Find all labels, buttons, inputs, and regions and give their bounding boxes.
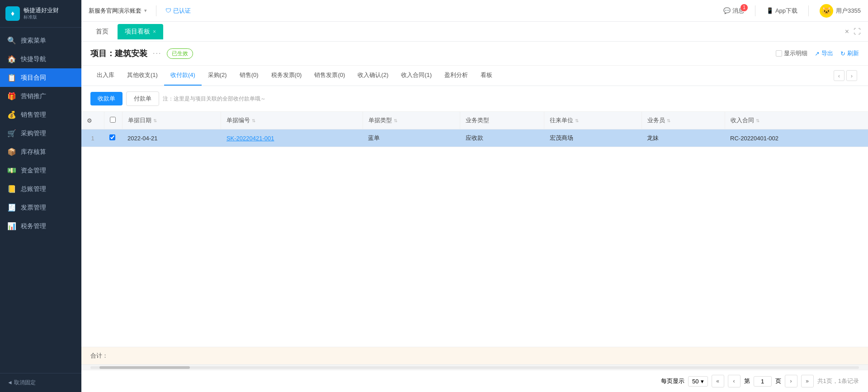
sidebar-footer[interactable]: ◄ 取消固定 (0, 373, 81, 392)
prev-page-button[interactable]: ‹ (728, 375, 741, 387)
sidebar-item-finance[interactable]: 💵 资金管理 (0, 161, 81, 180)
sidebar-item-sales[interactable]: 💰 销售管理 (0, 105, 81, 124)
first-page-button[interactable]: « (712, 375, 724, 387)
sub-tab-2[interactable]: 收入合同(1) (395, 66, 438, 86)
select-all-checkbox[interactable] (110, 117, 116, 123)
total-label: 合计： (90, 352, 108, 359)
refresh-label: 刷新 (847, 49, 859, 57)
user-menu[interactable]: 🐱 用户3355 (820, 4, 861, 18)
sub-nav-arrows: ‹ › (832, 70, 859, 81)
payments-tab-button[interactable]: 付款单 (126, 91, 159, 106)
row-date-0: 2022-04-21 (122, 129, 221, 147)
sub-tab-6[interactable]: 销售(0) (233, 66, 265, 86)
topbar-project[interactable]: 新服务官网演示账套 ▾ (89, 7, 147, 15)
number-sort-icon[interactable]: ⇅ (252, 118, 255, 123)
page-number-input[interactable] (754, 376, 772, 387)
toolbar-note: 注：这里是与项目关联的全部收付款单哦～ (163, 95, 266, 103)
sidebar-nav: 🔍 搜索菜单 🏠 快捷导航 📋 项目合同 🎁 营销推广 💰 销售管理 🛒 采购管… (0, 28, 81, 373)
row-number-0[interactable]: SK-20220421-001 (221, 129, 363, 147)
tab-project-board[interactable]: 项目看板 × (118, 24, 163, 39)
app-download-label: App下载 (775, 7, 797, 15)
type-sort-icon[interactable]: ⇅ (394, 118, 397, 123)
last-page-button[interactable]: » (801, 375, 814, 387)
refresh-icon: ↻ (840, 50, 845, 57)
settings-icon[interactable]: ⚙ (87, 117, 92, 124)
sidebar-item-quick-nav[interactable]: 🏠 快捷导航 (0, 50, 81, 68)
tab-close-icon[interactable]: × (153, 29, 156, 35)
window-close-button[interactable]: × (845, 28, 849, 36)
project-header: 项目：建筑安装 ··· 已生效 显示明细 ↗ 导出 ↻ 刷新 (81, 42, 868, 66)
row-biz-type-0: 应收款 (460, 129, 544, 147)
sidebar-item-marketing[interactable]: 🎁 营销推广 (0, 87, 81, 105)
sub-tab-10[interactable]: 出入库 (90, 66, 121, 86)
sidebar-item-label-inventory: 库存核算 (21, 148, 46, 156)
topbar-certified: 🛡 已认证 (165, 7, 191, 15)
horizontal-scrollbar[interactable] (81, 364, 868, 370)
sidebar-item-purchase[interactable]: 🛒 采购管理 (0, 124, 81, 143)
user-label: 用户3355 (836, 7, 861, 15)
show-detail-toggle[interactable]: 显示明细 (776, 49, 807, 57)
export-button[interactable]: ↗ 导出 (815, 49, 833, 57)
total-info: 共1页，1条记录 (817, 377, 859, 385)
sidebar-item-tax[interactable]: 📊 税务管理 (0, 217, 81, 235)
sub-tab-3[interactable]: 收入确认(2) (351, 66, 395, 86)
window-controls: × ⛶ (845, 28, 861, 36)
sub-tabs: 出入库其他收支(1)收付款(4)采购(2)销售(0)税务发票(0)销售发票(0)… (81, 66, 868, 86)
row-checkbox-0[interactable] (104, 129, 122, 147)
date-sort-icon[interactable]: ⇅ (153, 118, 157, 123)
content-toolbar: 收款单 付款单 注：这里是与项目关联的全部收付款单哦～ (81, 86, 868, 112)
sidebar-item-label-sales: 销售管理 (21, 111, 46, 119)
th-salesman: 业务员⇅ (642, 112, 725, 129)
sub-tab-1[interactable]: 盈利分析 (438, 66, 474, 86)
app-download-button[interactable]: 📱 App下载 (766, 7, 797, 15)
sidebar-item-label-ledger: 总账管理 (21, 185, 46, 193)
unpin-label: ◄ 取消固定 (7, 379, 36, 387)
app-version: 标准版 (24, 14, 59, 20)
tab-project-board-label: 项目看板 (125, 28, 150, 36)
receipts-tab-button[interactable]: 收款单 (90, 92, 123, 105)
sub-tab-9[interactable]: 其他收支(1) (121, 66, 164, 86)
per-page-select[interactable]: 50 ▾ (688, 376, 708, 387)
sidebar-item-inventory[interactable]: 📦 库存核算 (0, 143, 81, 161)
table-container: ⚙ 单据日期⇅ 单据编号⇅ 单据类型⇅ 业务类型 往来单位⇅ 业务员⇅ 收入合同… (81, 112, 868, 347)
project-more-button[interactable]: ··· (153, 49, 161, 57)
pagination: 每页显示 50 ▾ « ‹ 第 页 › » 共1页，1条记录 (81, 370, 868, 392)
project-chevron-icon[interactable]: ▾ (144, 8, 147, 14)
row-number-link-0[interactable]: SK-20220421-001 (226, 135, 274, 142)
page-content: 项目：建筑安装 ··· 已生效 显示明细 ↗ 导出 ↻ 刷新 出入库其他收支(1… (81, 42, 868, 392)
sub-tab-5[interactable]: 税务发票(0) (265, 66, 308, 86)
show-detail-label: 显示明细 (784, 49, 807, 57)
sidebar-item-invoice[interactable]: 🧾 发票管理 (0, 198, 81, 217)
sidebar-item-project-contract[interactable]: 📋 项目合同 (0, 68, 81, 87)
messages-button[interactable]: 💬 消息 1 (723, 7, 744, 15)
row-partner-0: 宏茂商场 (544, 129, 642, 147)
sub-tab-4[interactable]: 销售发票(0) (308, 66, 351, 86)
sidebar-item-label-quick-nav: 快捷导航 (21, 55, 46, 63)
next-page-button[interactable]: › (785, 375, 797, 387)
app-name: 畅捷通好业财 (24, 7, 59, 14)
salesman-sort-icon[interactable]: ⇅ (667, 118, 670, 123)
table-row[interactable]: 1 2022-04-21 SK-20220421-001 蓝单 应收款 宏茂商场… (81, 129, 868, 147)
sub-nav-next[interactable]: › (846, 70, 857, 81)
tab-bar: 首页 项目看板 × × ⛶ (81, 22, 868, 42)
records-table: ⚙ 单据日期⇅ 单据编号⇅ 单据类型⇅ 业务类型 往来单位⇅ 业务员⇅ 收入合同… (81, 112, 868, 147)
sub-tab-7[interactable]: 采购(2) (202, 66, 233, 86)
message-icon: 💬 (723, 7, 731, 14)
certified-label: 已认证 (173, 7, 191, 15)
th-checkbox (104, 112, 122, 129)
show-detail-checkbox[interactable] (776, 50, 782, 57)
user-avatar: 🐱 (820, 4, 833, 18)
window-maximize-button[interactable]: ⛶ (854, 28, 861, 36)
sidebar-item-search[interactable]: 🔍 搜索菜单 (0, 31, 81, 50)
partner-sort-icon[interactable]: ⇅ (575, 118, 579, 123)
sub-tab-0[interactable]: 看板 (474, 66, 499, 86)
contract-sort-icon[interactable]: ⇅ (756, 118, 760, 123)
sub-nav-prev[interactable]: ‹ (834, 70, 844, 81)
row-check-0[interactable] (109, 134, 115, 140)
tax-icon: 📊 (7, 222, 16, 230)
refresh-button[interactable]: ↻ 刷新 (840, 49, 859, 57)
tab-home[interactable]: 首页 (89, 24, 116, 39)
sidebar-item-ledger[interactable]: 📒 总账管理 (0, 180, 81, 198)
scrollbar-thumb[interactable] (99, 366, 190, 369)
sub-tab-8[interactable]: 收付款(4) (164, 66, 202, 86)
